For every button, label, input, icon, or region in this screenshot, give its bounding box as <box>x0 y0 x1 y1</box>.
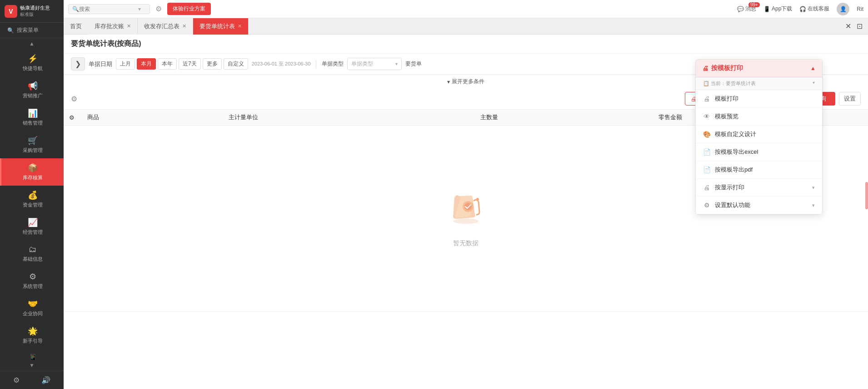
sidebar-nav: ⚡ 快捷导航 📢 营销推广 📊 销售管理 🛒 采购管理 📦 库存核算 💰 资金管… <box>0 49 64 360</box>
page-header: 要货单统计表(按商品) <box>64 35 868 54</box>
current-year-button[interactable]: 本年 <box>158 58 177 70</box>
try-solution-button[interactable]: 体验行业方案 <box>167 3 211 15</box>
tab-receipt-summary-close[interactable]: ✕ <box>182 23 186 29</box>
sidebar-item-app-center[interactable]: 📱 应用中心 <box>0 349 64 360</box>
topbar-dropdown-icon[interactable]: ▾ <box>138 6 141 12</box>
display-print-left: 🖨 按显示打印 <box>703 183 744 192</box>
display-print-icon: 🖨 <box>703 184 710 191</box>
sidebar-item-base-info[interactable]: 🗂 基础信息 <box>0 240 64 267</box>
template-print-item[interactable]: 🖨 模板打印 <box>696 90 822 108</box>
display-print-item[interactable]: 🖨 按显示打印 ▾ <box>696 179 822 197</box>
tab-order-stats[interactable]: 要货单统计表 ✕ <box>193 18 249 35</box>
template-design-icon: 🎨 <box>703 131 710 138</box>
print-dropdown-title: 🖨 按模板打印 <box>702 64 743 72</box>
sidebar-item-quick-nav[interactable]: ⚡ 快捷导航 <box>0 49 64 76</box>
tab-inventory-batch-close[interactable]: ✕ <box>127 23 131 29</box>
sidebar-item-system[interactable]: ⚙ 系统管理 <box>0 267 64 294</box>
enterprise-icon: 🤝 <box>28 299 38 309</box>
custom-date-button[interactable]: 自定义 <box>224 58 248 70</box>
tab-actions: ✕ ⊡ <box>840 21 868 31</box>
sidebar-item-marketing[interactable]: 📢 营销推广 <box>0 76 64 104</box>
sidebar-item-inventory[interactable]: 📦 库存核算 <box>0 158 64 186</box>
online-service-item[interactable]: 🎧 在线客服 <box>799 5 829 13</box>
sidebar: V 畅康通好生意 标准版 🔍 搜索菜单 ▲ ⚡ 快捷导航 📢 营销推广 📊 销售… <box>0 0 64 389</box>
sound-bottom-icon[interactable]: 🔊 <box>41 376 50 384</box>
settings-outline-button[interactable]: 设置 <box>839 92 861 106</box>
template-export-excel-item[interactable]: 📄 按模板导出excel <box>696 143 822 161</box>
export-excel-icon: 📄 <box>703 148 710 156</box>
tab-inventory-batch[interactable]: 库存批次账 ✕ <box>88 18 138 35</box>
tab-receipt-summary[interactable]: 收发存汇总表 ✕ <box>138 18 193 35</box>
page-title: 要货单统计表(按商品) <box>71 39 861 49</box>
username-label: Rit <box>857 6 863 12</box>
set-default-chevron: ▾ <box>812 202 815 208</box>
prev-month-button[interactable]: 上月 <box>116 58 135 70</box>
sidebar-item-enterprise[interactable]: 🤝 企业协同 <box>0 294 64 322</box>
sidebar-logo: V 畅康通好生意 标准版 <box>0 0 64 23</box>
logo-icon: V <box>5 5 17 18</box>
search-icon: 🔍 <box>7 27 14 34</box>
sidebar-item-operations[interactable]: 📈 经营管理 <box>0 213 64 240</box>
filter-date-group: 上月 本月 本年 近7天 更多 自定义 <box>116 58 248 70</box>
sidebar-item-purchase[interactable]: 🛒 采购管理 <box>0 131 64 158</box>
current-month-button[interactable]: 本月 <box>137 58 156 70</box>
order-type-chevron-icon: ▾ <box>395 61 398 66</box>
last-7days-button[interactable]: 近7天 <box>179 58 201 70</box>
more-date-button[interactable]: 更多 <box>203 58 222 70</box>
tab-order-stats-close[interactable]: ✕ <box>238 23 242 29</box>
printer-header-icon: 🖨 <box>702 65 708 72</box>
headset-icon: 🎧 <box>799 6 806 12</box>
svg-point-0 <box>453 218 479 224</box>
svg-point-3 <box>476 198 479 201</box>
system-icon: ⚙ <box>29 272 36 282</box>
user-avatar[interactable]: 👤 <box>837 3 849 15</box>
template-design-item[interactable]: 🎨 模板自定义设计 <box>696 126 822 143</box>
empty-text: 暂无数据 <box>453 239 479 248</box>
template-export-pdf-item[interactable]: 📄 按模板导出pdf <box>696 161 822 179</box>
logo-text: 畅康通好生意 标准版 <box>20 5 50 17</box>
set-default-left: ⚙ 设置默认功能 <box>703 201 750 209</box>
date-range-display: 2023-06-01 至 2023-06-30 <box>252 61 311 67</box>
app-center-icon: 📱 <box>28 354 38 360</box>
topbar-right: 💬 消息 99+ 📱 App下载 🎧 在线客服 👤 Rit <box>737 3 863 15</box>
right-scrollbar[interactable] <box>865 182 868 209</box>
template-preview-item[interactable]: 👁 模板预览 <box>696 108 822 126</box>
tab-close-all-button[interactable]: ✕ <box>844 21 852 31</box>
tab-expand-button[interactable]: ⊡ <box>856 21 863 31</box>
topbar-search-input[interactable] <box>79 6 138 12</box>
export-pdf-icon: 📄 <box>703 166 710 173</box>
order-type-filter-label: 单据类型 <box>322 60 344 68</box>
sidebar-scroll-up[interactable]: ▲ <box>0 38 64 49</box>
print-dropdown-header: 🖨 按模板打印 ▲ <box>696 60 822 77</box>
settings-bottom-icon[interactable]: ⚙ <box>13 376 20 384</box>
display-print-chevron: ▾ <box>812 185 815 191</box>
table-settings-button[interactable]: ⚙ <box>71 95 77 103</box>
table-header-settings[interactable]: ⚙ <box>64 110 82 126</box>
table-header-goods: 商品 <box>82 110 223 126</box>
app-download-item[interactable]: 📱 App下载 <box>763 5 792 13</box>
sidebar-search[interactable]: 🔍 搜索菜单 <box>0 23 64 38</box>
order-type-select[interactable]: 单据类型 ▾ <box>347 58 402 70</box>
sidebar-scroll-down[interactable]: ▼ <box>0 360 64 371</box>
messages-item[interactable]: 💬 消息 99+ <box>737 5 756 13</box>
topbar-gear-icon[interactable]: ⚙ <box>155 5 162 13</box>
quick-nav-icon: ⚡ <box>28 54 38 64</box>
guide-icon: 🌟 <box>28 326 38 336</box>
dropdown-collapse-icon[interactable]: ▲ <box>810 65 816 71</box>
sidebar-item-finance[interactable]: 💰 资金管理 <box>0 186 64 213</box>
table-header-unit: 主计量单位 <box>223 110 475 126</box>
topbar: 🔍 ▾ ⚙ 体验行业方案 💬 消息 99+ 📱 App下载 🎧 在线客服 👤 R… <box>64 0 868 18</box>
template-print-icon: 🖨 <box>703 95 710 102</box>
phone-icon: 📱 <box>763 6 770 12</box>
tab-home[interactable]: 首页 <box>64 18 88 35</box>
expand-more-icon: ▾ <box>447 79 450 85</box>
set-default-item[interactable]: ⚙ 设置默认功能 ▾ <box>696 197 822 214</box>
sidebar-item-sales[interactable]: 📊 销售管理 <box>0 104 64 131</box>
operations-icon: 📈 <box>28 217 38 227</box>
purchase-icon: 🛒 <box>28 136 38 146</box>
sidebar-item-guide[interactable]: 🌟 新手引导 <box>0 322 64 349</box>
topbar-search-area[interactable]: 🔍 ▾ <box>68 4 150 14</box>
finance-icon: 💰 <box>28 190 38 200</box>
current-template-chevron: ▾ <box>813 80 815 85</box>
filter-toggle-button[interactable]: ❯ <box>71 57 85 71</box>
